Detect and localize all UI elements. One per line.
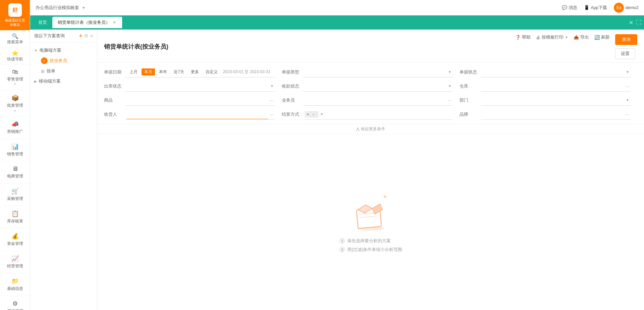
payment-status-select[interactable]: ▼: [303, 81, 453, 92]
tree-node-pc[interactable]: ▼ 电脑端方案: [30, 45, 97, 55]
close-tab-btn[interactable]: ✕: [629, 19, 633, 26]
sidebar-item-operations[interactable]: 📈 经营管理: [0, 251, 30, 273]
left-panel-title: 按以下方案查询: [34, 33, 65, 39]
date-custom[interactable]: 自定义: [203, 68, 220, 75]
sidebar-item-wholesale[interactable]: 📦 批发管理 ▲: [0, 90, 30, 116]
sidebar-item-finance[interactable]: 💰 资金管理: [0, 228, 30, 251]
page-actions: ❓ 帮助 🖨 按模板打印 ▼ 📤 导出 🔄: [515, 34, 610, 40]
refresh-btn[interactable]: 🔄 刷新: [594, 34, 610, 40]
sidebar-item-sales[interactable]: 📊 销售管理: [0, 139, 30, 161]
account-selector-arrow[interactable]: ▼: [82, 6, 86, 10]
doc-status-arrow: ▼: [626, 70, 629, 74]
account-selector-label[interactable]: 办公用品行业模拟账套: [36, 5, 79, 11]
empty-svg: ✦: [347, 189, 394, 232]
date-range-text: 2023-03-01 至 2023-03-31: [223, 69, 270, 75]
filter-settlement: 结算方式 × × ▼: [282, 109, 460, 120]
product-ellipsis[interactable]: ···: [270, 98, 274, 103]
download-icon: 📱: [584, 5, 589, 10]
doc-type-select[interactable]: ▼: [303, 67, 453, 78]
export-icon: 📤: [574, 35, 579, 40]
sidebar-item-marketing[interactable]: 📣 营销推广: [0, 116, 30, 139]
template-print-btn[interactable]: 🖨 按模板打印 ▼: [536, 34, 568, 40]
wholesale-icon: 📦: [11, 94, 19, 102]
left-panel-actions: + ⊙ «: [79, 33, 93, 39]
empty-state: ✦ 1 请先选择要分析的方案 2 用[过滤]条件来缩小分析范围: [97, 134, 644, 310]
date-more[interactable]: 更多: [188, 68, 202, 75]
sidebar-item-base[interactable]: 📁 基础信息: [0, 273, 30, 296]
receiver-ellipsis[interactable]: ···: [270, 112, 274, 117]
edit-plan-btn[interactable]: ⊙: [84, 33, 88, 39]
salesperson-select[interactable]: ···: [303, 95, 453, 106]
left-panel: 按以下方案查询 + ⊙ « ▼ 电脑端方案 ✓ 按业务员: [30, 30, 97, 310]
search-menu-item[interactable]: 🔍 搜索菜单: [0, 30, 30, 48]
collapse-bar[interactable]: ⋀ 收起更多条件: [97, 124, 644, 134]
date-this-month[interactable]: 本月: [142, 68, 155, 75]
app-logo: 好 畅捷通好生意 标账版: [0, 0, 30, 30]
date-filter-input: 上月 本月 本年 近7天 更多 自定义 2023-03-01 至 2023-03…: [125, 67, 275, 78]
sidebar-item-ecommerce[interactable]: 🖥 电商管理: [0, 161, 30, 184]
tree-node-by-order[interactable]: ⊞ 按单: [38, 66, 97, 76]
query-button[interactable]: 查询: [615, 34, 637, 45]
date-last-7[interactable]: 近7天: [171, 68, 187, 75]
tree-node-by-salesperson[interactable]: ✓ 按业务员: [38, 55, 97, 66]
warehouse-ellipsis[interactable]: ···: [625, 84, 629, 89]
filter-payment-status: 收款状态 ▼: [282, 81, 460, 92]
delivery-status-select[interactable]: ▼: [125, 81, 275, 92]
collapse-panel-btn[interactable]: «: [90, 33, 93, 39]
sidebar: 好 畅捷通好生意 标账版 🔍 搜索菜单 ⭐ 快捷导航 🛍 零售管理 ▼ 📦 批发…: [0, 0, 30, 310]
app-download-btn[interactable]: 📱 App下载: [584, 5, 607, 11]
sidebar-menu: 🛍 零售管理 ▼ 📦 批发管理 ▲ 📣 营销推广 📊 销售管理 🖥 电商管理 🛒…: [0, 64, 30, 310]
tab-home[interactable]: 首页: [33, 17, 52, 28]
delivery-arrow: ▼: [270, 84, 274, 88]
product-select[interactable]: ···: [125, 95, 275, 106]
add-plan-btn[interactable]: +: [79, 33, 82, 39]
product-label: 商品: [104, 97, 123, 103]
receiver-label: 收货人: [104, 111, 123, 117]
tree-node-mobile[interactable]: ▶ 移动端方案: [30, 76, 97, 86]
quick-nav-item[interactable]: ⭐ 快捷导航: [0, 48, 30, 64]
setting-button[interactable]: 设置: [615, 48, 635, 59]
filter-row-4: 收货人 ··· 结算方式 × × ▼: [104, 109, 637, 120]
user-name: demo2: [625, 5, 639, 10]
collapse-label: 收起更多条件: [361, 126, 385, 132]
date-this-year[interactable]: 本年: [156, 68, 170, 75]
user-menu[interactable]: Ea demo2: [614, 3, 639, 13]
sidebar-item-retail[interactable]: 🛍 零售管理 ▼: [0, 64, 30, 90]
message-btn[interactable]: 💬 消息: [562, 5, 577, 11]
date-last-month[interactable]: 上月: [127, 68, 140, 75]
left-panel-header: 按以下方案查询 + ⊙ «: [30, 30, 97, 43]
maximize-tab-btn[interactable]: ⛶: [636, 19, 641, 25]
sidebar-item-inventory[interactable]: 📋 库存核算: [0, 206, 30, 228]
doc-status-select[interactable]: ▼: [481, 67, 631, 78]
tab-sales-stats[interactable]: 销货单统计表（按业务员） ✕: [52, 17, 122, 28]
receiver-input[interactable]: ···: [125, 109, 275, 120]
filter-salesperson: 业务员 ···: [282, 95, 460, 106]
receiver-text-input[interactable]: [127, 110, 268, 119]
settlement-clear-btn[interactable]: ×: [310, 112, 317, 117]
top-header: 办公用品行业模拟账套 ▼ 💬 消息 📱 App下载 Ea demo2: [30, 0, 644, 15]
print-icon: 🖨: [536, 35, 540, 40]
salesperson-ellipsis[interactable]: ···: [447, 98, 451, 103]
marketing-icon: 📣: [11, 120, 19, 128]
settlement-select[interactable]: × × ▼: [303, 109, 453, 120]
settlement-arrow: ▼: [320, 112, 323, 116]
mobile-section-label: 移动端方案: [39, 78, 61, 84]
department-select[interactable]: ▼: [481, 95, 631, 106]
export-label: 导出: [580, 34, 589, 40]
message-icon: 💬: [562, 5, 567, 10]
sidebar-item-purchase[interactable]: 🛒 采购管理: [0, 184, 30, 206]
order-node-icon: ⊞: [41, 69, 45, 74]
empty-illustration: ✦: [347, 189, 394, 232]
brand-select[interactable]: ···: [481, 109, 631, 120]
operations-icon: 📈: [11, 255, 19, 262]
step1-text: 请先选择要分析的方案: [347, 238, 391, 244]
help-btn[interactable]: ❓ 帮助: [515, 34, 531, 40]
mobile-section-arrow: ▶: [34, 80, 37, 83]
sidebar-item-system[interactable]: ⚙ 系统管理: [0, 296, 30, 310]
brand-ellipsis[interactable]: ···: [625, 112, 629, 117]
export-btn[interactable]: 📤 导出: [574, 34, 589, 40]
warehouse-select[interactable]: ···: [481, 81, 631, 92]
close-tab-icon[interactable]: ✕: [112, 19, 117, 25]
print-dropdown-arrow: ▼: [565, 36, 568, 39]
sales-stats-tab-label: 销货单统计表（按业务员）: [58, 19, 110, 25]
